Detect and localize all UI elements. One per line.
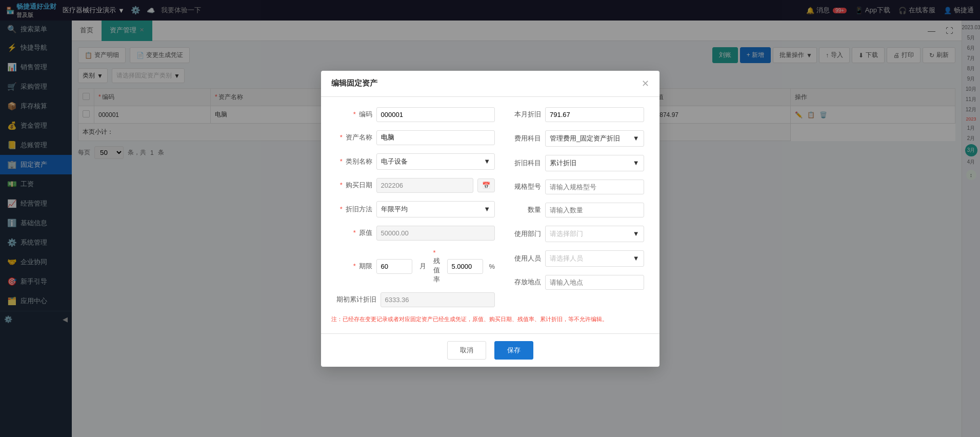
form-row-spec-model: 规格型号 (505, 180, 644, 194)
code-label: 编码 (359, 110, 372, 118)
department-placeholder: 请选择部门 (550, 229, 583, 239)
modal-header: 编辑固定资产 ✕ (321, 71, 659, 97)
asset-name-input[interactable] (376, 130, 495, 145)
period-unit: 月 (419, 262, 426, 271)
modal-footer: 取消 保存 (321, 333, 659, 367)
original-value-input[interactable] (376, 226, 495, 241)
original-value-label: 原值 (359, 229, 372, 236)
period-label: 期限 (359, 262, 372, 270)
depreciation-method-value: 年限平均 (381, 205, 408, 214)
expense-account-label: 费用科目 (514, 134, 541, 142)
form-row-quantity: 数量 (505, 203, 644, 217)
form-left-col: * 编码 * 资产名称 * (331, 107, 501, 307)
purchase-date-label: 购买日期 (346, 181, 372, 189)
user-select[interactable]: 请选择人员 ▼ (545, 250, 644, 267)
residual-rate-input[interactable] (447, 259, 483, 274)
form-row-depreciation-method: * 折旧方法 年限平均 ▼ (336, 201, 495, 217)
category-select-value: 电子设备 (381, 157, 408, 166)
department-select[interactable]: 请选择部门 ▼ (545, 226, 644, 242)
modal-close-icon[interactable]: ✕ (642, 78, 649, 89)
form-row-department: 使用部门 请选择部门 ▼ (505, 226, 644, 242)
depreciation-method-label: 折旧方法 (346, 205, 372, 213)
form-row-code: * 编码 (336, 107, 495, 122)
depreciation-account-label: 折旧科目 (514, 159, 541, 167)
user-label: 使用人员 (514, 254, 541, 262)
form-row-monthly-depreciation: 本月折旧 (505, 107, 644, 122)
department-label: 使用部门 (514, 230, 541, 237)
modal-overlay: 编辑固定资产 ✕ * 编码 * 资产 (0, 0, 980, 437)
spec-model-input[interactable] (545, 180, 644, 194)
period-input[interactable] (376, 259, 412, 274)
form-right-col: 本月折旧 费用科目 管理费用_固定资产折旧 ▼ (500, 107, 649, 307)
user-arrow: ▼ (633, 254, 639, 262)
code-input[interactable] (376, 107, 495, 122)
initial-depreciation-input[interactable] (381, 292, 495, 307)
modal-note: 注：已经存在变更记录或者对应固定资产已经生成凭证，原值、购买日期、残值率、累计折… (331, 311, 649, 323)
expense-account-value: 管理费用_固定资产折旧 (550, 134, 620, 143)
form-row-expense-account: 费用科目 管理费用_固定资产折旧 ▼ (505, 130, 644, 147)
asset-name-label: 资产名称 (346, 133, 372, 141)
form-row-original-value: * 原值 (336, 226, 495, 241)
department-arrow: ▼ (633, 230, 639, 237)
depreciation-account-select[interactable]: 累计折旧 ▼ (545, 155, 644, 171)
form-row-period: * 期限 月 * 残值率 % (336, 249, 495, 284)
quantity-input[interactable] (545, 203, 644, 217)
spec-model-label: 规格型号 (514, 183, 541, 190)
monthly-depreciation-label: 本月折旧 (514, 110, 541, 118)
expense-account-select[interactable]: 管理费用_固定资产折旧 ▼ (545, 130, 644, 147)
form-row-user: 使用人员 请选择人员 ▼ (505, 250, 644, 267)
depreciation-account-arrow: ▼ (633, 159, 639, 167)
note-text: 注：已经存在变更记录或者对应固定资产已经生成凭证，原值、购买日期、残值率、累计折… (331, 316, 608, 322)
modal-body: * 编码 * 资产名称 * (321, 97, 659, 333)
form-row-depreciation-account: 折旧科目 累计折旧 ▼ (505, 155, 644, 171)
cancel-button[interactable]: 取消 (447, 341, 486, 360)
calendar-icon[interactable]: 📅 (477, 178, 495, 192)
monthly-depreciation-input[interactable] (545, 107, 644, 122)
form-row-location: 存放地点 (505, 275, 644, 290)
initial-depreciation-label: 期初累计折旧 (336, 295, 376, 303)
expense-account-arrow: ▼ (633, 134, 639, 142)
category-select-arrow: ▼ (484, 157, 490, 165)
category-select[interactable]: 电子设备 ▼ (376, 153, 495, 170)
purchase-date-input[interactable] (376, 178, 474, 193)
user-placeholder: 请选择人员 (550, 254, 583, 263)
quantity-label: 数量 (528, 206, 541, 213)
depreciation-method-select[interactable]: 年限平均 ▼ (376, 201, 495, 217)
form-row-initial-depreciation: 期初累计折旧 (336, 292, 495, 307)
form-row-purchase-date: * 购买日期 📅 (336, 178, 495, 193)
form-grid: * 编码 * 资产名称 * (331, 107, 649, 307)
category-name-label: 类别名称 (346, 157, 372, 165)
save-button[interactable]: 保存 (494, 341, 533, 360)
residual-rate-label: 残值率 (433, 257, 440, 283)
modal-title: 编辑固定资产 (331, 78, 377, 88)
location-input[interactable] (545, 275, 644, 290)
edit-fixed-asset-modal: 编辑固定资产 ✕ * 编码 * 资产 (321, 71, 659, 367)
form-row-asset-name: * 资产名称 (336, 130, 495, 145)
depreciation-account-value: 累计折旧 (550, 158, 576, 168)
location-label: 存放地点 (514, 278, 541, 286)
form-row-category: * 类别名称 电子设备 ▼ (336, 153, 495, 170)
depreciation-method-arrow: ▼ (484, 205, 490, 213)
residual-rate-unit: % (489, 263, 495, 270)
